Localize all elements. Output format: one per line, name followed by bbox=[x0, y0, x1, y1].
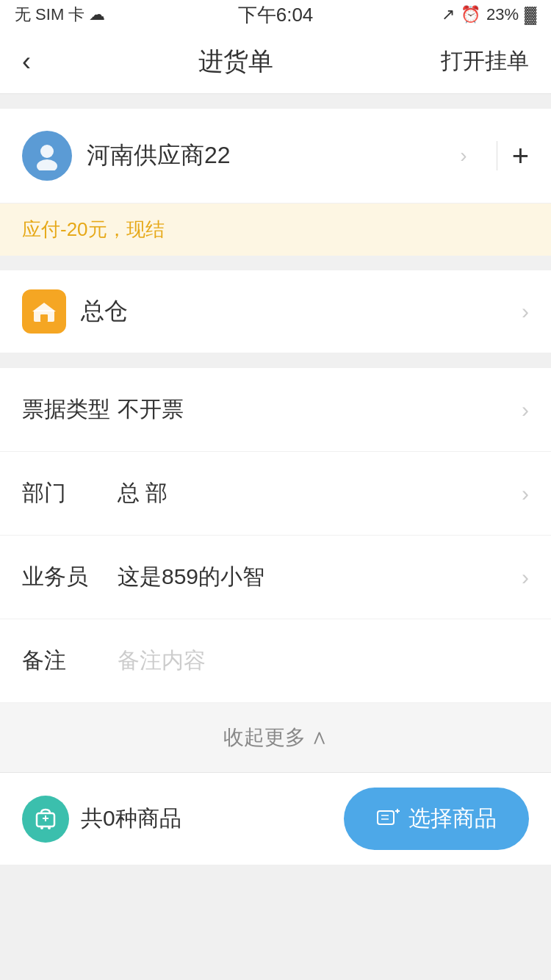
section-divider-1 bbox=[0, 94, 551, 109]
svg-rect-10 bbox=[378, 811, 394, 824]
cart-icon bbox=[32, 806, 59, 832]
salesperson-row[interactable]: 业务员 这是859的小智 › bbox=[0, 536, 551, 619]
invoice-type-label: 票据类型 bbox=[22, 394, 110, 425]
warehouse-section: 总仓 › bbox=[0, 270, 551, 353]
select-product-button[interactable]: 选择商品 bbox=[344, 788, 529, 850]
warehouse-row[interactable]: 总仓 › bbox=[0, 270, 551, 353]
section-divider-3 bbox=[0, 353, 551, 368]
supplier-section: 河南供应商22 › + 应付-20元，现结 bbox=[0, 109, 551, 256]
notice-text: 应付-20元，现结 bbox=[22, 218, 165, 240]
select-product-label: 选择商品 bbox=[408, 804, 497, 834]
svg-marker-3 bbox=[32, 303, 56, 311]
department-label: 部门 bbox=[22, 478, 110, 508]
location-icon: ↗ bbox=[442, 5, 455, 24]
status-right: ↗ ⏰ 23% ▓ bbox=[442, 5, 536, 24]
salesperson-label: 业务员 bbox=[22, 562, 110, 592]
collapse-bar[interactable]: 收起更多 ∧ bbox=[0, 703, 551, 772]
bottom-left: 共0种商品 bbox=[22, 796, 181, 843]
warehouse-chevron-icon: › bbox=[522, 299, 529, 324]
collapse-label: 收起更多 ∧ bbox=[223, 724, 328, 752]
department-chevron-icon: › bbox=[522, 481, 529, 506]
svg-rect-4 bbox=[40, 314, 48, 322]
warehouse-name: 总仓 bbox=[81, 295, 522, 328]
salesperson-value: 这是859的小智 bbox=[110, 562, 522, 592]
remarks-value: 备注内容 bbox=[110, 646, 529, 676]
warehouse-icon-wrap bbox=[22, 289, 66, 334]
department-row[interactable]: 部门 总 部 › bbox=[0, 452, 551, 536]
page-title: 进货单 bbox=[198, 45, 273, 79]
svg-point-1 bbox=[37, 159, 57, 170]
svg-point-6 bbox=[40, 826, 43, 829]
svg-point-7 bbox=[48, 826, 51, 829]
remarks-row[interactable]: 备注 备注内容 bbox=[0, 619, 551, 703]
supplier-avatar bbox=[22, 131, 72, 181]
invoice-type-chevron-icon: › bbox=[522, 397, 529, 422]
department-value: 总 部 bbox=[110, 478, 522, 508]
invoice-type-value: 不开票 bbox=[110, 394, 522, 425]
bottom-bar: 共0种商品 选择商品 bbox=[0, 772, 551, 865]
battery-icon: ▓ bbox=[525, 5, 536, 24]
select-product-icon bbox=[376, 807, 400, 831]
section-divider-2 bbox=[0, 256, 551, 270]
form-section: 票据类型 不开票 › 部门 总 部 › 业务员 这是859的小智 › 备注 备注… bbox=[0, 368, 551, 703]
invoice-type-row[interactable]: 票据类型 不开票 › bbox=[0, 368, 551, 452]
status-time: 下午6:04 bbox=[238, 2, 314, 28]
warehouse-icon bbox=[31, 298, 57, 325]
nav-bar: ‹ 进货单 打开挂单 bbox=[0, 29, 551, 94]
supplier-divider bbox=[497, 141, 497, 170]
svg-point-0 bbox=[40, 145, 54, 158]
sim-text: 无 SIM 卡 ☁ bbox=[15, 4, 105, 26]
status-left: 无 SIM 卡 ☁ bbox=[15, 4, 105, 26]
supplier-row[interactable]: 河南供应商22 › + bbox=[0, 109, 551, 203]
status-bar: 无 SIM 卡 ☁ 下午6:04 ↗ ⏰ 23% ▓ bbox=[0, 0, 551, 29]
battery-text: 23% bbox=[486, 5, 519, 24]
notice-bar: 应付-20元，现结 bbox=[0, 203, 551, 256]
supplier-chevron-icon: › bbox=[460, 144, 467, 167]
remarks-label: 备注 bbox=[22, 646, 110, 676]
open-pending-button[interactable]: 打开挂单 bbox=[441, 46, 529, 76]
add-supplier-button[interactable]: + bbox=[512, 140, 529, 173]
back-button[interactable]: ‹ bbox=[22, 46, 31, 77]
product-count: 共0种商品 bbox=[81, 804, 181, 834]
cart-icon-wrap bbox=[22, 796, 69, 843]
supplier-name: 河南供应商22 bbox=[87, 140, 460, 172]
alarm-icon: ⏰ bbox=[461, 5, 480, 24]
user-icon bbox=[32, 141, 62, 170]
main-content: 河南供应商22 › + 应付-20元，现结 总仓 › bbox=[0, 94, 551, 980]
salesperson-chevron-icon: › bbox=[522, 565, 529, 590]
